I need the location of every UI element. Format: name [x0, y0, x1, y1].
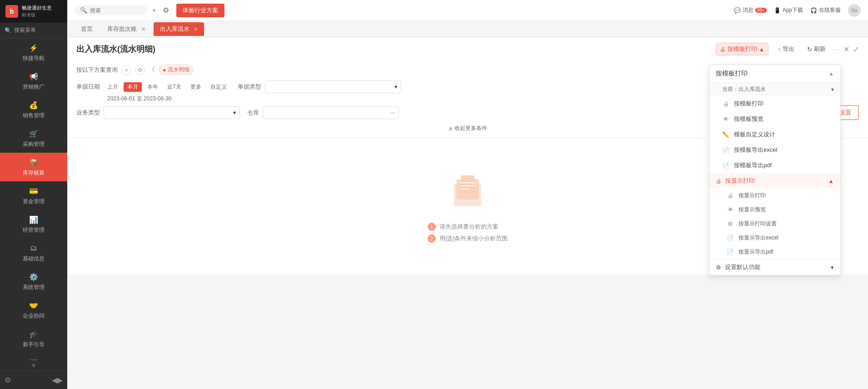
- header-search-input[interactable]: [90, 7, 135, 14]
- sidebar-item-onboarding[interactable]: 🎓 新手引导: [0, 324, 67, 353]
- sidebar-item-finance[interactable]: 💳 资金管理: [0, 181, 67, 210]
- sidebar-item-purchase[interactable]: 🛒 采购管理: [0, 124, 67, 153]
- sidebar-item-apps[interactable]: 🔲 应用中心: [0, 353, 67, 360]
- onboarding-icon: 🎓: [29, 329, 39, 339]
- template-excel-icon: 📄: [722, 146, 729, 154]
- sidebar-settings-icon[interactable]: ⚙: [5, 376, 11, 384]
- dropdown-item-template-print[interactable]: 🖨 按模板打印: [709, 96, 840, 111]
- dropdown-sub-display-print[interactable]: 🖨 按显示打印: [709, 189, 840, 203]
- sidebar-search-area[interactable]: 🔍 搜索菜单: [0, 23, 67, 38]
- doc-type-select[interactable]: ▾: [265, 80, 401, 93]
- dropdown-sub-label: 按显示导出excel: [738, 234, 778, 242]
- sidebar-item-sales[interactable]: 💰 销售管理: [0, 95, 67, 124]
- dropdown-collapse-icon[interactable]: ▲: [828, 70, 834, 77]
- doc-type-chevron-icon: ▾: [394, 84, 397, 90]
- refresh-icon: ↻: [807, 46, 812, 53]
- sidebar-item-label: 新手引导: [23, 341, 45, 349]
- sidebar-item-label: 系统管理: [23, 284, 45, 291]
- tip-num-1: 1: [428, 223, 436, 231]
- filter-tag-label: 流水明细: [168, 66, 190, 74]
- sidebar-item-label: 采购管理: [23, 140, 45, 148]
- dropdown-sub-display-preview[interactable]: 👁 按显示预览: [709, 203, 840, 217]
- sidebar: b 畅捷通好生意 标准版 🔍 搜索菜单 ⚡ 快捷导航 📢 营销推广 💰 销售管理…: [0, 0, 67, 389]
- window-close-icon[interactable]: ✕: [843, 45, 849, 54]
- dropdown-sub-display-settings[interactable]: ⚙ 按显示打印设置: [709, 217, 840, 231]
- trial-industry-button[interactable]: 体验行业方案: [176, 4, 224, 17]
- window-expand-icon[interactable]: ⤢: [853, 45, 859, 54]
- dropdown-sub-display-pdf[interactable]: 📄 按显示导出pdf: [709, 245, 840, 259]
- empty-tip-1: 1 请先选择要分析的方案: [428, 223, 508, 231]
- display-section-header[interactable]: 🖨 按显示打印 ▲: [709, 173, 840, 189]
- display-preview-icon: 👁: [727, 206, 734, 214]
- top-header: 🔍 ▾ ⚙ 体验行业方案 💬 消息 99+ 📱 App下载 🎧 在线客服 R: [67, 0, 868, 21]
- warehouse-select[interactable]: ···: [263, 106, 399, 119]
- dropdown-footer-defaults[interactable]: ⚙ 设置默认功能 ▾: [709, 259, 840, 275]
- search-menu-btn[interactable]: 🔍 搜索菜单: [5, 26, 63, 34]
- tip-num-2: 2: [428, 234, 436, 243]
- dropdown-sub-label: 按显示导出pdf: [738, 248, 773, 256]
- user-profile[interactable]: Rit: [848, 4, 861, 17]
- refresh-button[interactable]: ↻ 刷新: [803, 43, 829, 55]
- sidebar-item-marketing[interactable]: 📢 营销推广: [0, 67, 67, 95]
- sidebar-item-basics[interactable]: 🗂 基础信息: [0, 239, 67, 267]
- page-header: 出入库流水(流水明细) 🖨 按模板打印 ▲ ↑ 导出 ↻ 刷新: [67, 37, 868, 59]
- dropdown-item-template-preview[interactable]: 👁 按模板预览: [709, 111, 840, 127]
- sidebar-bottom-bar: ⚙ ◀▶: [0, 371, 67, 389]
- print-template-button[interactable]: 🖨 按模板打印 ▲: [716, 43, 769, 55]
- right-buttons: ···: [833, 45, 840, 54]
- filter-settings-button[interactable]: ⚙: [135, 65, 145, 75]
- more-actions-icon[interactable]: ···: [833, 45, 840, 54]
- enterprise-icon: 🤝: [29, 300, 39, 310]
- tab-flow-close[interactable]: ✕: [194, 26, 198, 32]
- tab-flow[interactable]: 出入库流水 ✕: [154, 22, 205, 36]
- dropdown-sub-display-excel[interactable]: 📄 按显示导出excel: [709, 231, 840, 245]
- sidebar-item-quick-nav[interactable]: ⚡ 快捷导航: [0, 38, 67, 67]
- filter-title-label: 按以下方案查询: [76, 66, 118, 74]
- sidebar-item-label: 营销推广: [23, 83, 45, 91]
- sidebar-logo: b 畅捷通好生意 标准版: [0, 0, 67, 23]
- tab-batch-account[interactable]: 库存批次账 ✕: [101, 22, 152, 36]
- message-action[interactable]: 💬 消息 99+: [734, 6, 767, 14]
- service-action[interactable]: 🎧 在线客服: [810, 6, 841, 14]
- app-download-action[interactable]: 📱 App下载: [774, 6, 803, 14]
- date-tab-last-month[interactable]: 上月: [104, 82, 122, 92]
- header-search-chevron[interactable]: ▾: [153, 7, 155, 14]
- app-download-label: App下载: [783, 6, 803, 14]
- footer-settings-icon: ⚙: [716, 264, 721, 271]
- sidebar-item-operations[interactable]: 📊 经营管理: [0, 210, 67, 239]
- date-tab-this-year[interactable]: 本年: [144, 82, 162, 92]
- filter-collapse-icon[interactable]: 《: [149, 66, 155, 74]
- sidebar-item-inventory[interactable]: 📦 库存核算: [0, 153, 67, 181]
- header-search-box[interactable]: 🔍: [75, 5, 147, 15]
- page-body: 出入库流水(流水明细) 🖨 按模板打印 ▲ ↑ 导出 ↻ 刷新: [67, 37, 868, 389]
- print-dropdown-panel: 按模板打印 ▲ 当前：出入库流水 ▾ 🖨 按模板打印 👁 按模板预览 ✏️ 模板…: [709, 65, 841, 275]
- sidebar-item-label: 经营管理: [23, 226, 45, 234]
- dropdown-item-template-excel[interactable]: 📄 按模板导出excel: [709, 142, 840, 158]
- display-section-label: 按显示打印: [725, 177, 755, 185]
- date-tab-more[interactable]: 更多: [187, 82, 205, 92]
- date-tab-current-month[interactable]: 本月: [124, 82, 142, 92]
- doc-type-field: 单据类型 ▾: [238, 80, 401, 93]
- empty-tip-2: 2 用[选]条件来缩小分析范围: [428, 234, 508, 243]
- page-actions: 🖨 按模板打印 ▲ ↑ 导出 ↻ 刷新: [716, 43, 829, 55]
- filter-add-button[interactable]: +: [121, 65, 131, 75]
- tip-text-1: 请先选择要分析的方案: [439, 223, 499, 231]
- service-icon: 🎧: [810, 7, 817, 14]
- business-type-select[interactable]: ▾: [104, 106, 240, 119]
- sidebar-collapse-icon[interactable]: ◀▶: [52, 376, 63, 384]
- dropdown-item-template-pdf[interactable]: 📄 按模板导出pdf: [709, 158, 840, 173]
- page-title: 出入库流水(流水明细): [76, 44, 155, 55]
- date-tab-7days[interactable]: 近7天: [164, 82, 185, 92]
- dropdown-item-template-custom[interactable]: ✏️ 模板自定义设计: [709, 127, 840, 142]
- sidebar-item-system[interactable]: ⚙️ 系统管理: [0, 267, 67, 296]
- header-settings-icon[interactable]: ⚙: [163, 6, 169, 15]
- display-pdf-icon: 📄: [727, 249, 734, 256]
- date-tab-custom[interactable]: 自定义: [207, 82, 230, 92]
- basics-icon: 🗂: [29, 243, 39, 253]
- sidebar-item-label: 企业协同: [23, 312, 45, 320]
- warehouse-field: 仓库 ···: [247, 106, 399, 119]
- tab-batch-account-close[interactable]: ✕: [141, 26, 145, 32]
- sidebar-item-enterprise[interactable]: 🤝 企业协同: [0, 296, 67, 324]
- export-button[interactable]: ↑ 导出: [774, 43, 798, 55]
- tab-home[interactable]: 首页: [75, 22, 99, 36]
